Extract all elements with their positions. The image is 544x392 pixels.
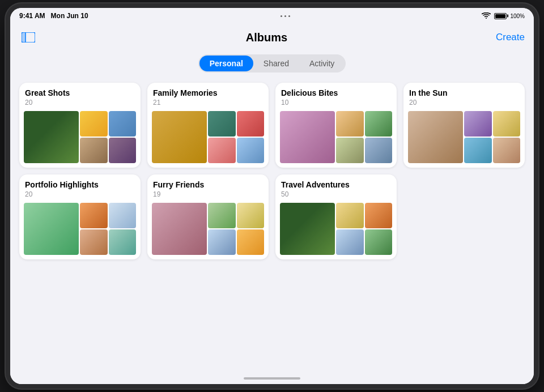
tab-shared[interactable]: Shared — [253, 56, 299, 71]
ipad-screen: 9:41 AM Mon Jun 10 100% — [10, 8, 534, 384]
album-count: 20 — [25, 190, 135, 198]
dot3 — [288, 15, 290, 17]
album-title: In the Sun — [409, 88, 519, 98]
battery-label: 100% — [510, 13, 525, 19]
dot2 — [284, 15, 286, 17]
status-bar: 9:41 AM Mon Jun 10 100% — [10, 8, 534, 24]
photo-bottom-right-2 — [237, 229, 265, 255]
photo-main — [152, 111, 207, 163]
album-count: 21 — [153, 99, 263, 106]
photo-grid — [24, 111, 136, 163]
home-bar — [244, 377, 300, 380]
tab-pill-container: Personal Shared Activity — [198, 54, 346, 73]
album-card[interactable]: Great Shots 20 — [19, 83, 141, 168]
album-count: 19 — [153, 190, 263, 198]
album-count: 50 — [281, 190, 391, 198]
photo-main — [24, 111, 79, 163]
svg-rect-1 — [22, 32, 26, 42]
album-card[interactable]: Portfolio Highlights 20 — [19, 174, 141, 259]
album-card[interactable]: In the Sun 20 — [403, 83, 525, 168]
status-center — [280, 15, 290, 17]
album-photos — [403, 109, 525, 168]
ipad-frame: 9:41 AM Mon Jun 10 100% — [6, 3, 538, 389]
album-photos — [19, 201, 141, 259]
album-count: 20 — [25, 99, 135, 106]
date-text: Mon Jun 10 — [51, 12, 88, 20]
album-header: Furry Friends 19 — [147, 174, 269, 201]
photo-bottom-right-1 — [80, 138, 108, 163]
photo-main — [408, 111, 463, 163]
photo-bottom-right-1 — [208, 229, 236, 255]
albums-grid: Great Shots 20 Family Memories 21 — [19, 83, 525, 259]
photo-bottom-right-1 — [336, 229, 364, 255]
photo-grid — [152, 203, 264, 255]
album-title: Travel Adventures — [281, 180, 391, 190]
photo-bottom-right-2 — [365, 138, 393, 163]
album-header: Delicious Bites 10 — [275, 83, 397, 109]
photo-grid — [280, 111, 392, 163]
sidebar-icon — [22, 32, 35, 42]
photo-top-right-1 — [208, 111, 236, 137]
photo-top-right-1 — [336, 203, 364, 228]
time-text: 9:41 AM — [19, 12, 45, 20]
photo-bottom-right-1 — [208, 138, 236, 163]
photo-top-right-1 — [464, 111, 492, 137]
photo-bottom-right-1 — [80, 229, 108, 255]
photo-top-right-1 — [80, 203, 108, 228]
photo-top-right-2 — [365, 111, 393, 137]
photo-top-right-2 — [109, 203, 137, 228]
photo-top-right-2 — [365, 203, 393, 228]
album-count: 20 — [409, 99, 519, 106]
album-title: Delicious Bites — [281, 88, 391, 98]
status-right: 100% — [482, 12, 525, 19]
photo-grid — [280, 203, 392, 255]
photo-bottom-right-2 — [365, 229, 393, 255]
photo-bottom-right-2 — [109, 138, 137, 163]
photo-top-right-1 — [80, 111, 108, 137]
album-card[interactable]: Furry Friends 19 — [147, 174, 269, 259]
photo-bottom-right-1 — [464, 138, 492, 163]
album-header: Travel Adventures 50 — [275, 174, 397, 201]
photo-top-right-1 — [208, 203, 236, 228]
album-card[interactable]: Travel Adventures 50 — [275, 174, 397, 259]
album-header: In the Sun 20 — [403, 83, 525, 109]
tab-personal[interactable]: Personal — [199, 56, 253, 71]
album-photos — [147, 201, 269, 259]
album-card[interactable]: Delicious Bites 10 — [275, 83, 397, 168]
battery-icon — [494, 13, 507, 19]
photo-main — [152, 203, 207, 255]
sidebar-toggle-button[interactable] — [19, 28, 37, 46]
album-photos — [275, 201, 397, 259]
album-count: 10 — [281, 99, 391, 106]
album-title: Furry Friends — [153, 180, 263, 190]
main-content: Great Shots 20 Family Memories 21 — [10, 78, 534, 373]
album-photos — [275, 109, 397, 168]
album-photos — [147, 109, 269, 168]
album-title: Family Memories — [153, 88, 263, 98]
photo-grid — [152, 111, 264, 163]
album-card[interactable]: Family Memories 21 — [147, 83, 269, 168]
photo-main — [24, 203, 79, 255]
album-header: Portfolio Highlights 20 — [19, 174, 141, 201]
tab-bar: Personal Shared Activity — [10, 51, 534, 78]
photo-bottom-right-2 — [109, 229, 137, 255]
battery-fill — [495, 14, 505, 18]
tab-activity[interactable]: Activity — [299, 56, 345, 71]
dot1 — [280, 15, 282, 17]
status-time: 9:41 AM Mon Jun 10 — [19, 12, 88, 20]
photo-top-right-2 — [237, 203, 265, 228]
photo-top-right-2 — [493, 111, 521, 137]
album-title: Great Shots — [25, 88, 135, 98]
photo-bottom-right-2 — [493, 138, 521, 163]
album-title: Portfolio Highlights — [25, 180, 135, 190]
photo-grid — [408, 111, 520, 163]
create-button[interactable]: Create — [496, 32, 525, 43]
photo-top-right-2 — [237, 111, 265, 137]
album-header: Family Memories 21 — [147, 83, 269, 109]
nav-bar: Albums Create — [10, 24, 534, 51]
photo-main — [280, 111, 335, 163]
wifi-icon — [482, 12, 491, 19]
photo-grid — [24, 203, 136, 255]
photo-bottom-right-2 — [237, 138, 265, 163]
home-indicator — [10, 373, 534, 384]
